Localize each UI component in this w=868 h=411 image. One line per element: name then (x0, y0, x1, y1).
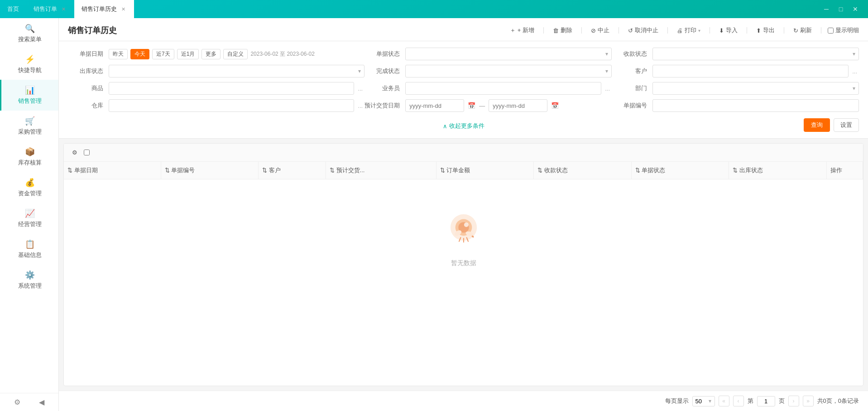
sidebar-item-search-menu[interactable]: 🔍 搜索菜单 (0, 18, 58, 49)
table-settings-btn[interactable]: ⚙ (69, 147, 80, 158)
sidebar-item-operations[interactable]: 📈 经营管理 (0, 203, 58, 234)
th-customer[interactable]: ⇅ 客户 (259, 162, 326, 179)
total-text: 共0页，0条记录 (817, 397, 859, 405)
sidebar-item-finance[interactable]: 💰 资金管理 (0, 172, 58, 203)
tab-sales-order[interactable]: 销售订单 ✕ (26, 0, 74, 18)
window-close-btn[interactable]: ✕ (850, 4, 861, 15)
add-label: + 新增 (518, 26, 534, 34)
purchase-mgmt-icon: 🛒 (25, 116, 35, 126)
date-btn-1month[interactable]: 近1月 (177, 49, 199, 59)
salesperson-ellipsis[interactable]: ... (603, 83, 612, 94)
stop-btn[interactable]: ⊘ 中止 (588, 24, 612, 36)
collapse-btn[interactable]: ∧ 收起更多条件 (443, 122, 484, 130)
date-btn-more[interactable]: 更多 (201, 49, 221, 59)
filter-row-4: 仓库 ... 预计交货日期 📅 — 📅 (68, 99, 859, 112)
prev-page-btn[interactable]: ‹ (733, 396, 744, 406)
tab-sales-history[interactable]: 销售订单历史 ✕ (74, 0, 134, 18)
data-table: ⇅ 单据日期 ⇅ 单据编号 ⇅ 客户 ⇅ 预计交货... ⇅ 订单金额 (64, 162, 863, 179)
salesperson-input[interactable] (405, 82, 601, 95)
sidebar-item-quick-nav[interactable]: ⚡ 快捷导航 (0, 49, 58, 80)
date-btn-7days[interactable]: 近7天 (152, 49, 174, 59)
query-btn[interactable]: 查询 (804, 118, 830, 132)
th-receipt-status[interactable]: ⇅ 收款状态 (534, 162, 632, 179)
filter-area: 单据日期 昨天 今天 近7天 近1月 更多 自定义 2023-06-02 至 2… (59, 41, 868, 139)
department-label: 部门 (612, 84, 652, 92)
page-size-wrapper: 20 50 100 (692, 396, 715, 406)
show-detail-input[interactable] (828, 28, 834, 34)
date-btn-custom[interactable]: 自定义 (223, 49, 248, 59)
th-amount-label: ⇅ 订单金额 (440, 167, 470, 174)
table-settings-icon: ⚙ (72, 149, 77, 156)
th-stock-status-label: ⇅ 出库状态 (733, 167, 763, 174)
customer-input[interactable] (652, 65, 849, 77)
department-select[interactable] (652, 82, 859, 95)
th-date[interactable]: ⇅ 单据日期 (64, 162, 161, 179)
collapse-row: ∧ 收起更多条件 (266, 120, 662, 130)
empty-illustration (441, 207, 486, 252)
th-order-status[interactable]: ⇅ 单据状态 (631, 162, 729, 179)
add-btn[interactable]: ＋ + 新增 (507, 24, 537, 36)
sidebar-settings-icon[interactable]: ⚙ (14, 398, 20, 406)
last-page-btn[interactable]: » (803, 396, 814, 406)
select-all-checkbox[interactable] (84, 150, 90, 155)
toolbar: ＋ + 新增 🗑 删除 ⊘ 中止 ↺ 取消中止 (507, 24, 859, 36)
settings-btn[interactable]: 设置 (834, 118, 859, 132)
goods-ellipsis[interactable]: ... (356, 83, 364, 94)
delete-btn[interactable]: 🗑 删除 (550, 24, 575, 36)
sidebar-item-sales-mgmt-label: 销售管理 (18, 97, 42, 105)
th-amount[interactable]: ⇅ 订单金额 (436, 162, 534, 179)
window-minimize-btn[interactable]: ─ (821, 4, 832, 15)
tab-sales-history-close[interactable]: ✕ (120, 5, 127, 13)
next-page-btn[interactable]: › (788, 396, 799, 406)
expected-date-from[interactable] (405, 99, 464, 112)
cancel-stop-btn[interactable]: ↺ 取消中止 (625, 24, 661, 36)
tab-sales-order-close[interactable]: ✕ (60, 5, 67, 13)
goods-input[interactable] (109, 82, 354, 95)
sidebar-item-inventory[interactable]: 📦 库存核算 (0, 141, 58, 172)
th-expected-date[interactable]: ⇅ 预计交货... (326, 162, 436, 179)
filter-row-1: 单据日期 昨天 今天 近7天 近1月 更多 自定义 2023-06-02 至 2… (68, 48, 859, 60)
empty-text: 暂无数据 (451, 259, 476, 267)
warehouse-ellipsis[interactable]: ... (356, 101, 364, 111)
receipt-status-label: 收款状态 (612, 50, 652, 58)
sales-mgmt-icon: 📊 (25, 85, 35, 95)
refresh-btn[interactable]: ↻ 刷新 (791, 24, 815, 36)
tab-home[interactable]: 首页 (0, 0, 26, 18)
sidebar-item-system[interactable]: ⚙️ 系统管理 (0, 265, 58, 295)
stock-out-select[interactable] (109, 65, 364, 77)
th-stock-status[interactable]: ⇅ 出库状态 (729, 162, 827, 179)
filter-row-3: 商品 ... 业务员 ... 部门 (68, 82, 859, 95)
sidebar-item-sales-mgmt[interactable]: 📊 销售管理 (0, 80, 58, 111)
calendar-to-icon[interactable]: 📅 (551, 102, 559, 109)
customer-ellipsis[interactable]: ... (850, 66, 859, 77)
page-size-select[interactable]: 20 50 100 (692, 396, 715, 406)
first-page-btn[interactable]: « (719, 396, 729, 406)
basic-info-icon: 📋 (25, 239, 35, 249)
show-detail-checkbox[interactable]: 显示明细 (828, 26, 859, 34)
order-status-select[interactable] (405, 48, 612, 60)
export-btn[interactable]: ⬆ 导出 (753, 24, 777, 36)
th-no[interactable]: ⇅ 单据编号 (161, 162, 259, 179)
calendar-from-icon[interactable]: 📅 (468, 102, 475, 109)
page-input[interactable] (757, 396, 775, 406)
print-dropdown-icon: ▾ (698, 28, 700, 33)
sidebar-item-basic-info[interactable]: 📋 基础信息 (0, 234, 58, 265)
tab-sales-order-label: 销售订单 (34, 5, 57, 13)
complete-select[interactable] (405, 65, 612, 77)
order-no-input[interactable] (652, 99, 859, 112)
sidebar-item-purchase-mgmt[interactable]: 🛒 采购管理 (0, 111, 58, 141)
import-btn[interactable]: ⬇ 导入 (716, 24, 740, 36)
warehouse-input[interactable] (109, 99, 354, 112)
print-btn[interactable]: 🖨 打印 ▾ (674, 24, 703, 36)
expected-date-to[interactable] (489, 99, 547, 112)
sep2 (581, 27, 582, 34)
order-status-label: 单据状态 (364, 50, 405, 58)
quick-nav-icon: ⚡ (25, 54, 35, 64)
receipt-status-select[interactable] (652, 48, 859, 60)
sidebar-item-inventory-label: 库存核算 (18, 159, 42, 167)
window-maximize-btn[interactable]: □ (835, 4, 846, 15)
date-btn-today[interactable]: 今天 (130, 49, 149, 59)
date-btn-yesterday[interactable]: 昨天 (109, 49, 128, 59)
customer-label: 客户 (612, 67, 652, 75)
sidebar-collapse-icon[interactable]: ◀ (39, 398, 44, 406)
